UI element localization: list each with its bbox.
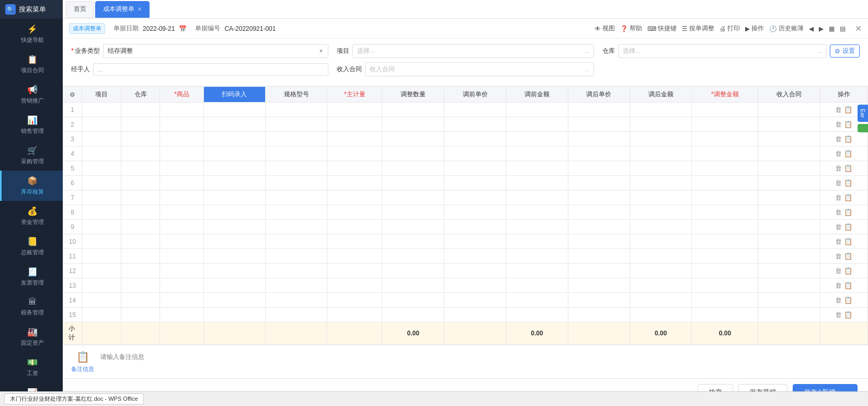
table-cell[interactable] — [568, 205, 630, 220]
table-cell[interactable] — [121, 234, 160, 249]
table-cell[interactable] — [203, 264, 265, 278]
table-cell[interactable] — [382, 161, 444, 176]
sidebar-item-fixed-assets[interactable]: 🏭 固定资产 — [0, 322, 63, 352]
table-cell[interactable] — [327, 264, 382, 278]
table-cell[interactable] — [82, 234, 121, 249]
table-cell[interactable] — [203, 103, 265, 117]
table-cell[interactable] — [203, 205, 265, 220]
table-cell[interactable] — [265, 264, 327, 278]
table-cell[interactable] — [265, 117, 327, 132]
sidebar-search[interactable]: 🔍 搜索菜单 — [0, 0, 63, 19]
table-cell[interactable] — [203, 117, 265, 132]
row-operations[interactable]: 🗑📋 — [820, 308, 867, 322]
table-cell[interactable] — [758, 205, 820, 220]
table-cell[interactable] — [444, 249, 506, 264]
table-cell[interactable] — [327, 117, 382, 132]
batch-ops-action[interactable]: ☰ 按单调整 — [682, 24, 714, 33]
table-cell[interactable] — [630, 146, 692, 161]
table-cell[interactable] — [327, 293, 382, 308]
table-cell[interactable] — [692, 308, 758, 322]
table-cell[interactable] — [265, 146, 327, 161]
table-cell[interactable] — [265, 132, 327, 146]
delete-icon[interactable]: 🗑 — [835, 252, 842, 260]
table-cell[interactable] — [121, 103, 160, 117]
table-cell[interactable] — [327, 234, 382, 249]
row-operations[interactable]: 🗑📋 — [820, 264, 867, 278]
delete-icon[interactable]: 🗑 — [835, 281, 842, 289]
table-cell[interactable] — [160, 308, 203, 322]
copy-icon[interactable]: 📋 — [844, 311, 852, 319]
delete-icon[interactable]: 🗑 — [835, 150, 842, 157]
table-cell[interactable] — [121, 220, 160, 234]
delete-icon[interactable]: 🗑 — [835, 120, 842, 128]
table-cell[interactable] — [506, 146, 568, 161]
sidebar-item-sales-mgmt[interactable]: 📊 销售管理 — [0, 110, 63, 140]
copy-icon[interactable]: 📋 — [844, 120, 852, 128]
sidebar-item-fund-mgmt[interactable]: 💰 资金管理 — [0, 201, 63, 231]
table-cell[interactable] — [506, 161, 568, 176]
table-cell[interactable] — [265, 234, 327, 249]
table-cell[interactable] — [160, 146, 203, 161]
delete-icon[interactable]: 🗑 — [835, 311, 842, 319]
nav-next-btn[interactable]: ▶ — [819, 25, 824, 32]
table-cell[interactable] — [121, 161, 160, 176]
table-cell[interactable] — [630, 264, 692, 278]
table-cell[interactable] — [203, 132, 265, 146]
table-cell[interactable] — [82, 161, 121, 176]
table-cell[interactable] — [444, 161, 506, 176]
table-cell[interactable] — [82, 249, 121, 264]
table-cell[interactable] — [758, 117, 820, 132]
table-cell[interactable] — [506, 278, 568, 293]
copy-icon[interactable]: 📋 — [844, 238, 852, 245]
table-cell[interactable] — [121, 249, 160, 264]
project-select[interactable]: 选择... ... — [352, 44, 594, 58]
table-cell[interactable] — [758, 293, 820, 308]
table-cell[interactable] — [506, 205, 568, 220]
tab-home[interactable]: 首页 — [66, 1, 94, 18]
table-cell[interactable] — [444, 308, 506, 322]
table-cell[interactable] — [758, 249, 820, 264]
table-cell[interactable] — [506, 293, 568, 308]
table-cell[interactable] — [758, 103, 820, 117]
sidebar-item-purchase-mgmt[interactable]: 🛒 采购管理 — [0, 140, 63, 171]
table-cell[interactable] — [568, 161, 630, 176]
copy-icon[interactable]: 📋 — [844, 179, 852, 187]
table-cell[interactable] — [506, 220, 568, 234]
table-cell[interactable] — [568, 249, 630, 264]
table-cell[interactable] — [758, 278, 820, 293]
table-cell[interactable] — [82, 220, 121, 234]
column-settings-header[interactable]: ⚙ — [63, 87, 82, 103]
table-cell[interactable] — [382, 264, 444, 278]
table-cell[interactable] — [203, 249, 265, 264]
table-cell[interactable] — [444, 176, 506, 190]
table-cell[interactable] — [444, 205, 506, 220]
table-cell[interactable] — [327, 190, 382, 205]
copy-icon[interactable]: 📋 — [844, 252, 852, 260]
row-operations[interactable]: 🗑📋 — [820, 190, 867, 205]
table-cell[interactable] — [160, 132, 203, 146]
table-cell[interactable] — [444, 220, 506, 234]
operations-action[interactable]: ▶ 操作 — [745, 24, 764, 33]
table-cell[interactable] — [506, 176, 568, 190]
tab-close-icon[interactable]: ✕ — [138, 6, 142, 12]
table-cell[interactable] — [568, 132, 630, 146]
table-cell[interactable] — [82, 103, 121, 117]
table-cell[interactable] — [82, 117, 121, 132]
history-action[interactable]: 🕐 历史账薄 — [769, 24, 804, 33]
table-cell[interactable] — [382, 278, 444, 293]
close-panel-icon[interactable]: ✕ — [855, 24, 862, 33]
copy-icon[interactable]: 📋 — [844, 106, 852, 114]
table-cell[interactable] — [692, 278, 758, 293]
table-cell[interactable] — [327, 103, 382, 117]
table-cell[interactable] — [82, 205, 121, 220]
table-cell[interactable] — [506, 234, 568, 249]
table-cell[interactable] — [382, 190, 444, 205]
table-cell[interactable] — [506, 308, 568, 322]
row-operations[interactable]: 🗑📋 — [820, 161, 867, 176]
table-cell[interactable] — [506, 190, 568, 205]
table-cell[interactable] — [160, 117, 203, 132]
table-cell[interactable] — [444, 293, 506, 308]
column-goods-header[interactable]: *商品 — [160, 87, 203, 103]
help-action[interactable]: ❓ 帮助 — [620, 24, 642, 33]
delete-icon[interactable]: 🗑 — [835, 208, 842, 216]
